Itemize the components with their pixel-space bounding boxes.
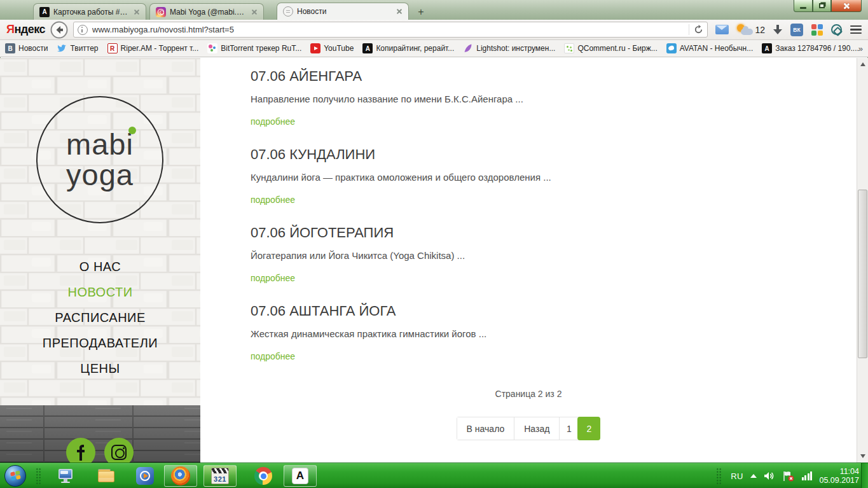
advego-taskbar-button[interactable]: A <box>284 465 317 487</box>
chrome-taskbar-icon[interactable] <box>254 466 273 485</box>
bookmark-label: Riper.AM - Торрент т... <box>121 44 199 53</box>
yandex-logo[interactable]: Яндекс <box>6 23 45 36</box>
logo-line-1: mabi <box>66 129 134 160</box>
scroll-up-arrow[interactable] <box>860 62 865 66</box>
avatan-toolbar-icon[interactable] <box>831 24 842 35</box>
pagination-page-2-active[interactable]: 2 <box>577 417 600 440</box>
maximize-button[interactable] <box>813 0 831 12</box>
pagination: В начало Назад 1 2 <box>200 417 857 440</box>
mpc-icon: 321 <box>211 468 229 484</box>
remote-desktop-taskbar-icon[interactable] <box>56 466 75 485</box>
site-sidebar: mabi yoga О НАС НОВОСТИ РАСПИСАНИЕ ПРЕПО… <box>0 58 200 463</box>
twitter-icon <box>57 43 67 53</box>
close-icon[interactable] <box>134 9 140 15</box>
reload-icon[interactable] <box>694 25 703 34</box>
tray-date: 05.09.2017 <box>819 476 859 485</box>
read-more-link[interactable]: подробнее <box>251 116 295 127</box>
minimize-button[interactable] <box>794 0 813 12</box>
news-title[interactable]: 07.06 КУНДАЛИНИ <box>251 146 857 163</box>
url-bar[interactable]: www.mabiyoga.ru/novosti.html?start=5 <box>73 22 708 38</box>
photos-icon[interactable] <box>811 24 823 36</box>
avatan-icon <box>666 43 677 53</box>
hamburger-menu-icon[interactable] <box>850 25 862 34</box>
pagination-status: Страница 2 из 2 <box>200 389 857 399</box>
instagram-button[interactable] <box>104 438 134 463</box>
site-info-icon[interactable] <box>78 25 88 35</box>
divider <box>689 24 689 35</box>
youtube-icon <box>310 43 320 53</box>
mail-icon[interactable] <box>715 25 729 34</box>
sidebar-item-schedule[interactable]: РАСПИСАНИЕ <box>0 305 200 330</box>
downloads-icon[interactable] <box>773 25 782 35</box>
read-more-link[interactable]: подробнее <box>251 273 295 283</box>
read-more-link[interactable]: подробнее <box>251 195 295 205</box>
close-icon <box>843 3 850 10</box>
tab-advego-task[interactable]: A Карточка работы #20097636 <box>33 3 146 20</box>
close-window-button[interactable] <box>831 0 862 12</box>
bookmarks-bar: В Новости Твиттер R Riper.AM - Торрент т… <box>0 40 868 57</box>
mabi-yoga-logo[interactable]: mabi yoga <box>36 96 163 223</box>
bookmark-label: Lightshot: инструмен... <box>476 44 555 53</box>
facebook-button[interactable] <box>66 438 95 463</box>
language-indicator[interactable]: RU <box>731 471 743 481</box>
start-button[interactable] <box>4 465 26 487</box>
bookmark-qcomment[interactable]: QComment.ru - Бирж... <box>564 43 657 53</box>
firefox-taskbar-button[interactable] <box>164 465 197 487</box>
bookmark-order[interactable]: A Заказ 12784796 / 190.... <box>762 43 859 53</box>
wood-floor <box>0 405 200 463</box>
tab-instagram[interactable]: Mabi Yoga (@mabi.yoga) • Ф <box>149 3 264 20</box>
bookmark-youtube[interactable]: YouTube <box>310 43 354 53</box>
chrome-icon <box>254 467 272 485</box>
bookmark-twitter[interactable]: Твиттер <box>57 43 98 53</box>
taskbar: 321 A RU 11:04 05. <box>0 463 868 488</box>
volume-icon[interactable] <box>764 471 775 481</box>
desktop: A Карточка работы #20097636 Mabi Yoga (@… <box>0 0 868 488</box>
news-title[interactable]: 07.06 АЙЕНГАРА <box>251 68 857 85</box>
scroll-down-arrow[interactable] <box>860 454 865 458</box>
weather-widget[interactable]: 12 <box>737 25 765 35</box>
bookmark-label: YouTube <box>324 44 354 53</box>
vk-icon[interactable]: ВК <box>790 24 803 36</box>
bookmark-copywriting[interactable]: A Копирайтинг, рерайт... <box>362 43 454 53</box>
hidden-icons-arrow[interactable] <box>750 474 757 478</box>
bookmark-riper[interactable]: R Riper.AM - Торрент т... <box>107 43 199 53</box>
close-icon[interactable] <box>396 8 403 15</box>
sidebar-item-prices[interactable]: ЦЕНЫ <box>0 356 200 381</box>
signal-bars-icon[interactable] <box>802 471 813 480</box>
show-desktop-button[interactable] <box>861 463 868 488</box>
bookmark-lightshot[interactable]: Lightshot: инструмен... <box>463 43 555 53</box>
media-player-taskbar-icon[interactable] <box>135 466 155 485</box>
pagination-first-button[interactable]: В начало <box>457 417 514 440</box>
read-more-link[interactable]: подробнее <box>251 351 295 361</box>
window-controls <box>794 0 862 12</box>
news-excerpt: Йогатерапия или Йога Чикитса (Yoga Chiki… <box>251 249 857 262</box>
tab-news-active[interactable]: Новости <box>277 3 409 20</box>
bookmark-label: Твиттер <box>70 44 98 53</box>
bookmark-novosti[interactable]: В Новости <box>5 43 48 53</box>
bookmark-rutracker[interactable]: BitTorrent трекер RuT... <box>207 43 301 53</box>
news-title[interactable]: 07.06 ЙОГОТЕРАПИЯ <box>251 225 857 241</box>
sidebar-item-teachers[interactable]: ПРЕПОДАВАТЕЛИ <box>0 330 200 356</box>
clock[interactable]: 11:04 05.09.2017 <box>819 467 859 485</box>
network-flag-icon[interactable] <box>782 471 795 482</box>
bookmarks-overflow-chevron[interactable]: » <box>858 40 863 57</box>
news-excerpt: Направление получило название по имени Б… <box>251 92 857 106</box>
new-tab-button[interactable]: + <box>413 6 429 18</box>
tab-title: Mabi Yoga (@mabi.yoga) • Ф <box>170 8 247 17</box>
news-excerpt: Жесткая динамическая практика гимнастики… <box>251 327 857 340</box>
pagination-back-button[interactable]: Назад <box>514 417 559 440</box>
vertical-scrollbar[interactable] <box>857 58 868 463</box>
news-item: 07.06 ЙОГОТЕРАПИЯ Йогатерапия или Йога Ч… <box>251 225 857 284</box>
sidebar-item-news[interactable]: НОВОСТИ <box>0 279 200 305</box>
close-icon[interactable] <box>251 9 258 15</box>
bookmark-avatan[interactable]: AVATAN - Необычн... <box>666 43 754 53</box>
mpc-taskbar-button[interactable]: 321 <box>203 465 237 487</box>
back-button[interactable] <box>50 21 68 39</box>
sidebar-item-about[interactable]: О НАС <box>0 254 200 279</box>
explorer-taskbar-icon[interactable] <box>97 466 116 485</box>
news-title[interactable]: 07.06 АШТАНГА ЙОГА <box>251 303 857 319</box>
logo-line-2: yoga <box>66 160 134 190</box>
url-text[interactable]: www.mabiyoga.ru/novosti.html?start=5 <box>92 25 684 34</box>
pagination-page-1[interactable]: 1 <box>559 417 578 440</box>
scrollbar-thumb[interactable] <box>858 190 867 358</box>
